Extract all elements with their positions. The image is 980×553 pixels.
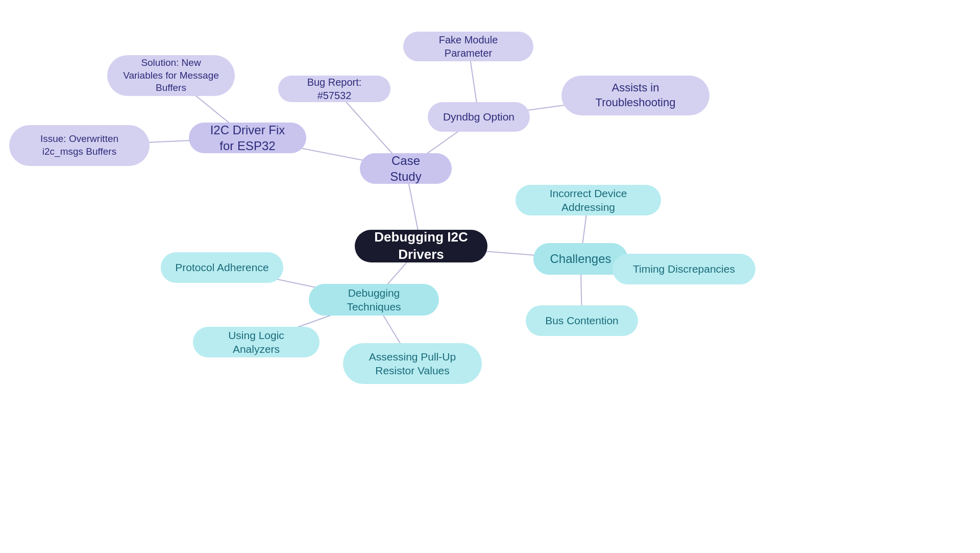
timing-discrep-node[interactable]: Timing Discrepancies <box>612 254 755 284</box>
debug-tech-label: Debugging Techniques <box>323 286 425 314</box>
case-study-node[interactable]: Case Study <box>360 153 452 184</box>
assists-trouble-label: Assists in Troubleshooting <box>576 81 695 110</box>
protocol-adher-label: Protocol Adherence <box>175 260 268 274</box>
issue-node[interactable]: Issue: Overwritten i2c_msgs Buffers <box>9 125 150 166</box>
center-node[interactable]: Debugging I2C Drivers <box>355 230 487 262</box>
bug-report-label: Bug Report: #57532 <box>292 76 376 102</box>
dyndbg-label: Dyndbg Option <box>443 110 514 124</box>
challenges-label: Challenges <box>550 251 611 267</box>
fake-module-node[interactable]: Fake Module Parameter <box>403 32 533 61</box>
solution-label: Solution: New Variables for Message Buff… <box>121 57 220 94</box>
pull-up-node[interactable]: Assessing Pull-Up Resistor Values <box>343 343 482 384</box>
case-study-label: Case Study <box>374 153 437 184</box>
issue-label: Issue: Overwritten i2c_msgs Buffers <box>23 133 135 158</box>
bus-contention-node[interactable]: Bus Contention <box>526 305 638 336</box>
bus-contention-label: Bus Contention <box>545 314 619 327</box>
timing-discrep-label: Timing Discrepancies <box>633 262 735 276</box>
debug-tech-node[interactable]: Debugging Techniques <box>309 284 439 316</box>
center-label: Debugging I2C Drivers <box>369 229 473 263</box>
solution-node[interactable]: Solution: New Variables for Message Buff… <box>107 55 235 96</box>
i2c-driver-node[interactable]: I2C Driver Fix for ESP32 <box>189 123 306 153</box>
bug-report-node[interactable]: Bug Report: #57532 <box>278 76 390 102</box>
fake-module-label: Fake Module Parameter <box>418 33 519 60</box>
logic-analyzer-label: Using Logic Analyzers <box>207 328 305 356</box>
incorrect-device-node[interactable]: Incorrect Device Addressing <box>516 185 661 215</box>
pull-up-label: Assessing Pull-Up Resistor Values <box>357 350 468 378</box>
protocol-adher-node[interactable]: Protocol Adherence <box>161 252 283 283</box>
logic-analyzer-node[interactable]: Using Logic Analyzers <box>193 327 320 357</box>
i2c-driver-label: I2C Driver Fix for ESP32 <box>203 122 292 154</box>
incorrect-device-label: Incorrect Device Addressing <box>530 186 647 214</box>
dyndbg-node[interactable]: Dyndbg Option <box>428 102 530 132</box>
assists-trouble-node[interactable]: Assists in Troubleshooting <box>561 76 709 115</box>
